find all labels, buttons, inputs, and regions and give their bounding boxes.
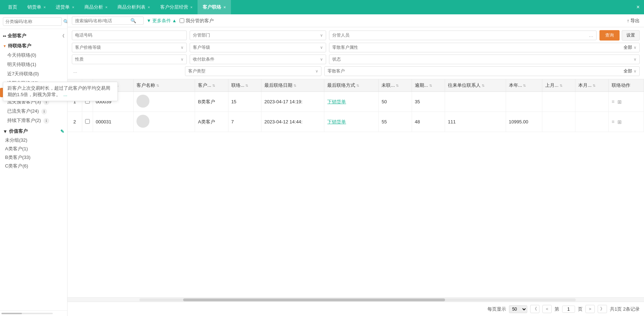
- sidebar-root-all-customers[interactable]: ▪▪ 全部客户 《: [0, 30, 67, 41]
- chevron-down-icon: ∨: [320, 45, 323, 50]
- scrollbar-track: [139, 298, 576, 301]
- edit-icon[interactable]: ✎: [60, 129, 64, 134]
- nav-purchase-order[interactable]: 进货单 ×: [51, 0, 79, 14]
- query-button[interactable]: 查询: [599, 30, 620, 41]
- price-level-field[interactable]: 客户价格等级 ∨: [72, 43, 187, 52]
- more-icon[interactable]: …: [589, 33, 593, 38]
- page-size-label: 每页显示: [487, 306, 506, 312]
- customer-type-field[interactable]: 客户类型 ∨: [185, 66, 321, 76]
- close-icon[interactable]: ×: [223, 5, 226, 9]
- sort-icon: ⇅: [156, 84, 159, 88]
- link-action-icon[interactable]: ⌗: [612, 99, 615, 105]
- nav-customer-contact[interactable]: 客户联络 ×: [198, 0, 231, 14]
- page-size-select[interactable]: 50 20 100: [509, 305, 527, 313]
- main-search-input[interactable]: [75, 18, 129, 23]
- sidebar-item-7days-pending[interactable]: 近7天待联络(0): [0, 69, 67, 79]
- chevron-down-icon: ∨: [181, 45, 184, 50]
- prev-page-button[interactable]: ＜: [542, 305, 552, 313]
- payment-field[interactable]: 收付款条件 ∨: [190, 55, 326, 64]
- pagination-bar: 每页显示 50 20 100 《 ＜ 第 页 ＞ 》 共1页 2条记录: [68, 302, 644, 316]
- customer-level-field[interactable]: 客户等级 ∨: [190, 43, 326, 52]
- advanced-filters: 电话号码 分管部门 ∨ 分管人员 … 查询 设置 客户价格等级: [68, 27, 644, 79]
- status-field[interactable]: 状态 ∨: [329, 55, 640, 64]
- my-customers-checkbox[interactable]: [180, 18, 184, 23]
- scatter-attr-field[interactable]: 零散客户属性 全部 ∨: [329, 43, 640, 52]
- filter-icon: ▼: [147, 18, 151, 23]
- th-this-year[interactable]: 本年... ⇅: [506, 79, 542, 92]
- close-icon[interactable]: ×: [105, 5, 107, 9]
- department-field[interactable]: 分管部门 ∨: [190, 30, 326, 40]
- th-this-month[interactable]: 本月... ⇅: [575, 79, 608, 92]
- nav-sales-order[interactable]: 销货单 ×: [22, 0, 51, 14]
- th-customer-level[interactable]: 客户... ⇅: [195, 79, 228, 92]
- row-this-year: 10995.00: [506, 112, 542, 132]
- filter-bar: 🔍 ▼ 更多条件 ▲ 我分管的客户 ↑ 导出: [68, 14, 644, 27]
- close-icon[interactable]: ×: [148, 5, 150, 9]
- nav-customer-tiers[interactable]: 客户分层经营 ×: [155, 0, 198, 14]
- th-unit-contacts[interactable]: 往来单位联系人 ⇅: [445, 79, 506, 92]
- horizontal-scrollbar[interactable]: [68, 297, 644, 302]
- th-last-contact-date[interactable]: 最后联络日期 ⇅: [261, 79, 324, 92]
- th-uncontacted[interactable]: 未联... ⇅: [379, 79, 412, 92]
- th-contact-count[interactable]: 联络... ⇅: [228, 79, 261, 92]
- row-last-contact-date: 2023-04-12 14:44:: [261, 112, 324, 132]
- sidebar-tree: ▪▪ 全部客户 《 ▼ 待联络客户 今天待联络(0) 明天待联络(1) 近7天待…: [0, 29, 67, 310]
- total-records-label: 共1页 2条记录: [610, 306, 640, 312]
- setting-button[interactable]: 设置: [622, 30, 640, 41]
- sidebar-section-pending[interactable]: ▼ 待联络客户: [0, 41, 67, 51]
- close-icon[interactable]: ×: [72, 5, 74, 9]
- manager-field[interactable]: 分管人员 …: [329, 30, 597, 40]
- row-checkbox[interactable]: [85, 119, 90, 124]
- grid-action-icon[interactable]: ⊞: [617, 99, 622, 105]
- sidebar-item-class-b[interactable]: B类客户(33): [0, 153, 67, 162]
- th-overdue[interactable]: 逾期... ⇅: [412, 79, 445, 92]
- collapse-button[interactable]: 《: [60, 33, 64, 39]
- row-actions: ⌗ ⊞: [608, 112, 644, 132]
- page-number-input[interactable]: [562, 306, 575, 313]
- link-action-icon[interactable]: ⌗: [612, 119, 615, 125]
- th-customer-name[interactable]: 客户名称 ⇅: [134, 79, 195, 92]
- th-last-month[interactable]: 上月... ⇅: [542, 79, 575, 92]
- scrollbar-thumb[interactable]: [183, 298, 445, 301]
- th-last-contact-method[interactable]: 最后联络方式 ⇅: [324, 79, 379, 92]
- close-icon[interactable]: ×: [43, 5, 46, 9]
- sidebar-item-class-a[interactable]: A类客户(1): [0, 145, 67, 153]
- nav-product-analysis-list[interactable]: 商品分析列表 ×: [112, 0, 155, 14]
- row-last-contact-method[interactable]: 下销货单: [324, 92, 379, 112]
- next-page-button[interactable]: ＞: [585, 305, 595, 313]
- last-page-button[interactable]: 》: [598, 305, 607, 313]
- search-icon[interactable]: 🔍: [130, 18, 136, 23]
- export-button[interactable]: ↑ 导出: [627, 18, 640, 24]
- more-conditions-button[interactable]: ▼ 更多条件 ▲: [147, 18, 177, 24]
- filter-buttons: 查询 设置: [599, 30, 640, 41]
- sidebar-item-ungrouped[interactable]: 未分组(32): [0, 136, 67, 145]
- phone-field[interactable]: 电话号码: [72, 30, 187, 40]
- expand-filters-button[interactable]: ...: [72, 67, 79, 75]
- sidebar-item-churned[interactable]: 已流失客户(24) ℹ: [0, 107, 67, 116]
- row-customer-level: A类客户: [195, 112, 228, 132]
- sidebar-item-today-pending[interactable]: 今天待联络(0): [0, 51, 67, 60]
- window-close-button[interactable]: ×: [636, 4, 640, 10]
- grid-action-icon[interactable]: ⊞: [617, 119, 622, 125]
- nav-home[interactable]: 首页: [3, 0, 22, 14]
- sidebar-item-class-c[interactable]: C类客户(6): [0, 162, 67, 170]
- scatter-customer-field[interactable]: 零散客户 全部 ∨: [324, 66, 640, 76]
- close-icon[interactable]: ×: [190, 5, 193, 9]
- th-actions: 联络动作: [608, 79, 644, 92]
- row-contact-count: 15: [228, 92, 261, 112]
- info-icon: ℹ: [41, 109, 47, 114]
- row-overdue: 48: [412, 112, 445, 132]
- sidebar-item-declining[interactable]: 持续下滑客户(2) ℹ: [0, 116, 67, 125]
- sidebar-search-input[interactable]: [3, 17, 62, 26]
- row-checkbox-cell[interactable]: [82, 112, 93, 132]
- sidebar-item-tomorrow-pending[interactable]: 明天待联络(1): [0, 60, 67, 69]
- first-page-button[interactable]: 《: [530, 305, 539, 313]
- sidebar-section-value-customers[interactable]: ▼ 价值客户 ✎: [0, 127, 67, 136]
- sidebar-search-icon[interactable]: 🔍: [63, 19, 68, 24]
- page-label: 第: [555, 306, 559, 312]
- row-actions: ⌗ ⊞: [608, 92, 644, 112]
- nature-field[interactable]: 性质 ∨: [72, 55, 187, 64]
- main-layout: 🔍 ▪▪ 全部客户 《 ▼ 待联络客户 今天待联络(0) 明天待联络(1) 近7…: [0, 14, 644, 316]
- row-last-contact-method[interactable]: 下销货单: [324, 112, 379, 132]
- nav-product-analysis[interactable]: 商品分析 ×: [79, 0, 112, 14]
